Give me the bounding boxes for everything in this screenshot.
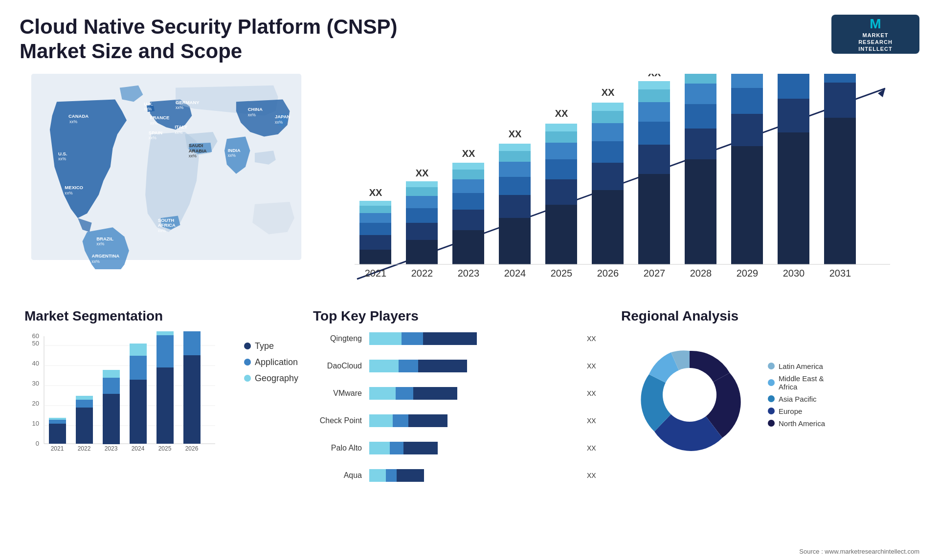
dot-asia-pacific — [768, 395, 775, 402]
svg-rect-35 — [452, 210, 484, 230]
svg-text:2023: 2023 — [105, 445, 118, 452]
svg-text:40: 40 — [32, 360, 39, 367]
svg-rect-67 — [638, 81, 670, 89]
legend-type-label: Type — [255, 341, 274, 351]
svg-text:xx%: xx% — [158, 228, 166, 233]
svg-text:xx%: xx% — [150, 121, 158, 126]
svg-rect-140 — [156, 335, 174, 367]
dot-north-america — [768, 420, 775, 427]
svg-text:2029: 2029 — [737, 268, 759, 279]
legend-type-dot — [244, 343, 251, 349]
svg-rect-41 — [499, 218, 531, 264]
label-mea: Middle East &Africa — [779, 374, 824, 391]
svg-rect-85 — [778, 74, 809, 99]
dot-latin-america — [768, 363, 775, 369]
map-section: CANADA xx% U.S. xx% MEXICO xx% BRAZIL xx… — [20, 69, 303, 303]
svg-text:2024: 2024 — [132, 445, 145, 452]
player-value-aqua: XX — [587, 472, 602, 479]
svg-rect-132 — [103, 378, 120, 394]
svg-text:XX: XX — [462, 148, 475, 159]
player-bar-vmware — [369, 386, 580, 401]
player-name-checkpoint: Check Point — [313, 416, 362, 425]
svg-rect-48 — [545, 205, 577, 264]
legend-asia-pacific: Asia Pacific — [768, 395, 825, 403]
map-svg: CANADA xx% U.S. xx% MEXICO xx% BRAZIL xx… — [24, 74, 308, 269]
map-label-saudi: SAUDI — [189, 143, 203, 148]
svg-rect-164 — [369, 469, 386, 482]
svg-text:xx%: xx% — [58, 156, 67, 161]
logo-text: MARKETRESEARCHINTELLECT — [858, 32, 893, 53]
svg-rect-51 — [545, 143, 577, 159]
player-row-qingteng: Qingteng XX — [313, 331, 602, 346]
player-value-checkpoint: XX — [587, 417, 602, 425]
svg-rect-46 — [499, 144, 531, 151]
svg-rect-158 — [369, 414, 393, 427]
player-name-vmware: VMware — [313, 389, 362, 398]
player-row-aqua: Aqua XX — [313, 468, 602, 483]
svg-text:2031: 2031 — [829, 268, 851, 279]
svg-rect-73 — [685, 74, 716, 84]
legend-geography-label: Geography — [255, 373, 298, 384]
world-map: CANADA xx% U.S. xx% MEXICO xx% BRAZIL xx… — [24, 74, 298, 269]
svg-text:xx%: xx% — [228, 153, 236, 158]
logo: M MARKETRESEARCHINTELLECT — [831, 15, 919, 54]
svg-text:50: 50 — [32, 340, 39, 347]
player-bar-svg-vmware — [369, 386, 555, 401]
player-row-checkpoint: Check Point XX — [313, 413, 602, 428]
svg-rect-57 — [592, 141, 624, 163]
svg-rect-37 — [452, 179, 484, 193]
svg-rect-77 — [731, 114, 763, 146]
svg-text:2030: 2030 — [783, 268, 805, 279]
svg-text:xx%: xx% — [144, 107, 152, 111]
content-grid: CANADA xx% U.S. xx% MEXICO xx% BRAZIL xx… — [0, 69, 939, 494]
svg-rect-152 — [369, 360, 399, 372]
svg-rect-63 — [638, 145, 670, 174]
label-europe: Europe — [779, 407, 802, 415]
player-bar-daocloud — [369, 359, 580, 373]
player-value-vmware: XX — [587, 389, 602, 397]
svg-text:30: 30 — [32, 380, 39, 387]
player-name-daocloud: DaoCloud — [313, 362, 362, 370]
svg-rect-28 — [406, 223, 438, 240]
map-label-france: FRANCE — [150, 115, 170, 120]
seg-bar-chart: 0 10 20 30 40 50 60 — [24, 331, 229, 470]
svg-rect-78 — [731, 88, 763, 114]
svg-rect-139 — [156, 367, 174, 444]
svg-text:2026: 2026 — [185, 445, 199, 452]
logo-letter: M — [870, 16, 881, 32]
legend-type: Type — [244, 341, 298, 351]
legend-north-america: North America — [768, 419, 825, 428]
dot-europe — [768, 408, 775, 414]
label-asia-pacific: Asia Pacific — [779, 395, 817, 403]
player-value-qingteng: XX — [587, 335, 602, 343]
player-row-daocloud: DaoCloud XX — [313, 359, 602, 373]
map-label-us: U.S. — [58, 151, 67, 156]
svg-rect-135 — [130, 380, 147, 444]
svg-text:AFRICA: AFRICA — [158, 222, 176, 228]
svg-rect-161 — [369, 442, 390, 454]
legend-latin-america: Latin America — [768, 362, 825, 370]
player-bar-checkpoint — [369, 413, 580, 428]
regional-analysis-section: Regional Analysis — [611, 303, 919, 494]
map-label-italy: ITALY — [175, 124, 188, 129]
page-title: Cloud Native Security Platform (CNSP) Ma… — [20, 15, 460, 64]
svg-rect-27 — [406, 240, 438, 264]
svg-rect-71 — [685, 104, 716, 129]
map-label-south-africa: SOUTH — [158, 217, 174, 223]
svg-text:xx%: xx% — [176, 105, 184, 110]
svg-text:2021: 2021 — [51, 445, 64, 452]
svg-text:2028: 2028 — [690, 268, 712, 279]
svg-rect-53 — [545, 124, 577, 131]
svg-rect-50 — [545, 159, 577, 179]
svg-rect-39 — [452, 163, 484, 170]
header: Cloud Native Security Platform (CNSP) Ma… — [0, 0, 939, 69]
svg-rect-23 — [359, 213, 391, 223]
player-row-vmware: VMware XX — [313, 386, 602, 401]
donut-container: Latin America Middle East &Africa Asia P… — [621, 331, 910, 458]
svg-rect-76 — [731, 146, 763, 264]
svg-rect-20 — [359, 250, 391, 264]
svg-text:2025: 2025 — [158, 445, 172, 452]
svg-text:XX: XX — [648, 74, 661, 78]
svg-rect-83 — [778, 132, 809, 264]
source-citation: Source : www.marketresearchintellect.com — [799, 548, 919, 555]
